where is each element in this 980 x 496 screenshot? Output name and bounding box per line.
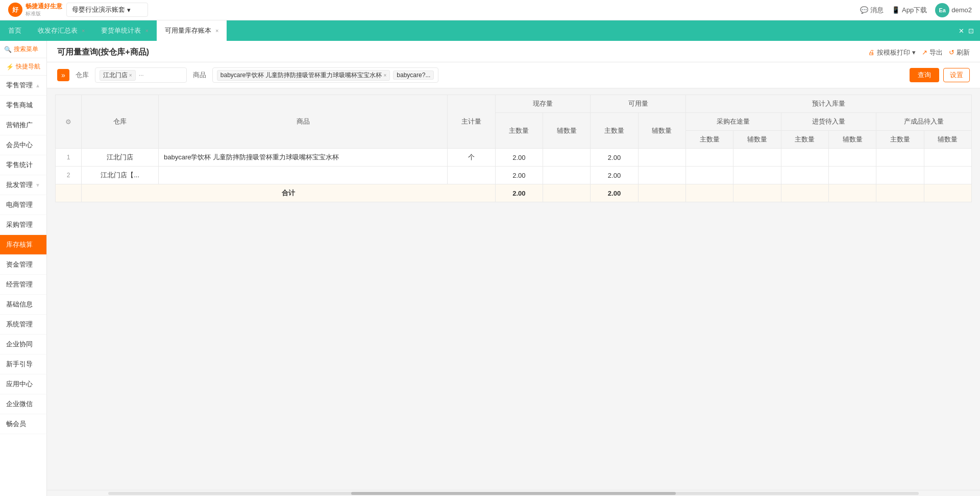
sidebar: 🔍 搜索菜单 ⚡ 快捷导航 零售管理 ▲ 零售商城 营销推广 会员中心 零售统计… bbox=[0, 41, 47, 496]
sidebar-item-member-center[interactable]: 会员中心 bbox=[0, 135, 46, 155]
sidebar-item-purchase-mgmt[interactable]: 采购管理 bbox=[0, 215, 46, 235]
tab-receive-send-close[interactable]: × bbox=[82, 28, 85, 34]
gear-icon[interactable]: ⚙ bbox=[65, 118, 71, 126]
sidebar-item-retail-mgmt-label: 零售管理 bbox=[6, 81, 33, 90]
product-tag-2-text: babycare?... bbox=[397, 72, 430, 79]
row-1-pr-aux bbox=[924, 149, 971, 167]
horizontal-scrollbar[interactable] bbox=[47, 490, 980, 496]
sidebar-item-enterprise-collab[interactable]: 企业协同 bbox=[0, 335, 46, 355]
sidebar-item-sys-mgmt[interactable]: 系统管理 bbox=[0, 315, 46, 335]
maximize-icon[interactable]: ⊡ bbox=[968, 27, 974, 35]
th-p-aux: 辅数量 bbox=[733, 131, 781, 149]
sidebar-item-retail-stats[interactable]: 零售统计 bbox=[0, 155, 46, 175]
row-2-warehouse: 江北门店【... bbox=[82, 167, 159, 184]
th-purchase-subgroup: 采购在途量 bbox=[685, 113, 781, 131]
tab-order-stats-close[interactable]: × bbox=[145, 28, 148, 34]
sidebar-item-retail-mgmt[interactable]: 零售管理 ▲ bbox=[0, 76, 46, 96]
sidebar-item-wholesale-mgmt[interactable]: 批发管理 ▼ bbox=[0, 175, 46, 195]
total-cs-main: 2.00 bbox=[495, 184, 543, 202]
row-2-unit bbox=[448, 167, 495, 184]
sidebar-item-marketing[interactable]: 营销推广 bbox=[0, 115, 46, 135]
sidebar-item-new-guide-label: 新手引导 bbox=[6, 360, 33, 369]
sidebar-item-new-guide[interactable]: 新手引导 bbox=[0, 355, 46, 374]
settings-btn[interactable]: 设置 bbox=[943, 68, 970, 82]
row-2-product bbox=[158, 167, 447, 184]
refresh-btn[interactable]: ↺ 刷新 bbox=[949, 48, 970, 57]
page-title: 可用量查询(按仓库+商品) bbox=[57, 47, 149, 58]
product-tag-1-text: babycare学饮杯 儿童防摔防撞吸管杯重力球吸嘴杯宝宝水杯 bbox=[220, 71, 382, 80]
tab-receive-send[interactable]: 收发存汇总表 × bbox=[30, 20, 93, 41]
product-label: 商品 bbox=[193, 70, 206, 80]
tab-available-stock-close[interactable]: × bbox=[215, 28, 218, 34]
row-2-pr-aux bbox=[924, 167, 971, 184]
query-btn[interactable]: 查询 bbox=[910, 68, 939, 82]
nav-icon: ⚡ bbox=[6, 63, 14, 70]
export-btn[interactable]: ↗ 导出 bbox=[922, 48, 943, 57]
sidebar-item-purchase-mgmt-label: 采购管理 bbox=[6, 220, 33, 229]
row-1-av-aux bbox=[638, 149, 685, 167]
tab-available-stock[interactable]: 可用量库存账本 × bbox=[157, 20, 227, 41]
chevron-down-icon: ▾ bbox=[127, 6, 131, 14]
th-a-main: 主数量 bbox=[781, 131, 828, 149]
tab-home[interactable]: 首页 bbox=[0, 20, 30, 41]
sidebar-item-ecommerce-mgmt[interactable]: 电商管理 bbox=[0, 195, 46, 215]
user-profile[interactable]: Ea demo2 bbox=[935, 3, 972, 17]
row-1-cs-aux bbox=[543, 149, 590, 167]
message-btn[interactable]: 💬 消息 bbox=[860, 6, 884, 15]
warehouse-more-icon[interactable]: ··· bbox=[139, 72, 144, 79]
tab-bar: 首页 收发存汇总表 × 要货单统计表 × 可用量库存账本 × ✕ ⊡ bbox=[0, 20, 980, 41]
th-main-unit: 主计量 bbox=[448, 95, 495, 149]
industry-label: 母婴行业演示账套 bbox=[72, 5, 125, 14]
sidebar-item-marketing-label: 营销推广 bbox=[6, 121, 33, 130]
sidebar-item-inventory-check[interactable]: 库存核算 bbox=[0, 235, 46, 255]
th-cs-main: 主数量 bbox=[495, 113, 543, 149]
th-current-stock-group: 现存量 bbox=[495, 95, 591, 113]
app-download-label: App下载 bbox=[902, 6, 927, 15]
sidebar-item-member-center-label: 会员中心 bbox=[6, 140, 33, 150]
content-area: 可用量查询(按仓库+商品) 🖨 按模板打印 ▾ ↗ 导出 ↺ 刷新 » bbox=[47, 41, 980, 496]
sidebar-item-app-center-label: 应用中心 bbox=[6, 380, 33, 389]
total-av-main: 2.00 bbox=[591, 184, 638, 202]
sidebar-item-vip-member[interactable]: 畅会员 bbox=[0, 414, 46, 434]
warehouse-input[interactable]: 江北门店 × ··· bbox=[95, 67, 187, 83]
sidebar-item-retail-mall[interactable]: 零售商城 bbox=[0, 96, 46, 115]
search-menu-btn[interactable]: 🔍 搜索菜单 bbox=[0, 41, 46, 58]
sidebar-item-enterprise-wechat[interactable]: 企业微信 bbox=[0, 394, 46, 414]
sidebar-item-app-center[interactable]: 应用中心 bbox=[0, 374, 46, 394]
row-2-pr-main bbox=[876, 167, 924, 184]
chevron-up-icon: ▲ bbox=[35, 83, 40, 88]
row-2-av-main: 2.00 bbox=[591, 167, 638, 184]
row-1-av-main: 2.00 bbox=[591, 149, 638, 167]
sidebar-item-finance-mgmt[interactable]: 资金管理 bbox=[0, 255, 46, 275]
scroll-thumb[interactable] bbox=[351, 492, 675, 495]
th-pr-aux: 辅数量 bbox=[924, 131, 971, 149]
print-icon: 🖨 bbox=[868, 49, 875, 56]
product-tag-1-remove[interactable]: × bbox=[384, 73, 387, 78]
sidebar-item-inventory-check-label: 库存核算 bbox=[6, 240, 33, 249]
warehouse-tag-remove[interactable]: × bbox=[129, 73, 132, 78]
row-1-p-main bbox=[685, 149, 733, 167]
avatar-text: Ea bbox=[939, 7, 946, 13]
tab-order-stats[interactable]: 要货单统计表 × bbox=[93, 20, 156, 41]
top-bar: 好 畅捷通好生意 标准版 母婴行业演示账套 ▾ 💬 消息 📱 App下载 Ea … bbox=[0, 0, 980, 20]
page-header-actions: 🖨 按模板打印 ▾ ↗ 导出 ↺ 刷新 bbox=[868, 48, 970, 57]
data-table: ⚙ 仓库 商品 主计量 现存量 可用量 预计入库量 主数量 辅数量 主数量 辅数… bbox=[55, 95, 972, 202]
print-template-btn[interactable]: 🖨 按模板打印 ▾ bbox=[868, 48, 916, 57]
th-settings[interactable]: ⚙ bbox=[56, 95, 82, 149]
total-label: 合计 bbox=[82, 184, 495, 202]
row-2-cs-aux bbox=[543, 167, 590, 184]
scroll-track bbox=[108, 492, 919, 495]
app-download-btn[interactable]: 📱 App下载 bbox=[892, 6, 927, 15]
close-window-icon[interactable]: ✕ bbox=[959, 27, 964, 35]
sidebar-item-ops-mgmt[interactable]: 经营管理 bbox=[0, 275, 46, 295]
sidebar-item-basic-info[interactable]: 基础信息 bbox=[0, 295, 46, 315]
user-name: demo2 bbox=[951, 6, 972, 14]
th-warehouse: 仓库 bbox=[82, 95, 159, 149]
tab-home-label: 首页 bbox=[8, 26, 21, 35]
industry-selector[interactable]: 母婴行业演示账套 ▾ bbox=[66, 3, 148, 17]
row-2-a-main bbox=[781, 167, 828, 184]
filter-expand-btn[interactable]: » bbox=[57, 69, 69, 81]
filter-row: » 仓库 江北门店 × ··· 商品 babycare学饮杯 儿童防摔防撞吸管杯… bbox=[47, 62, 980, 88]
quick-nav-btn[interactable]: ⚡ 快捷导航 bbox=[0, 58, 46, 76]
product-input[interactable]: babycare学饮杯 儿童防摔防撞吸管杯重力球吸嘴杯宝宝水杯 × babyca… bbox=[212, 67, 439, 83]
